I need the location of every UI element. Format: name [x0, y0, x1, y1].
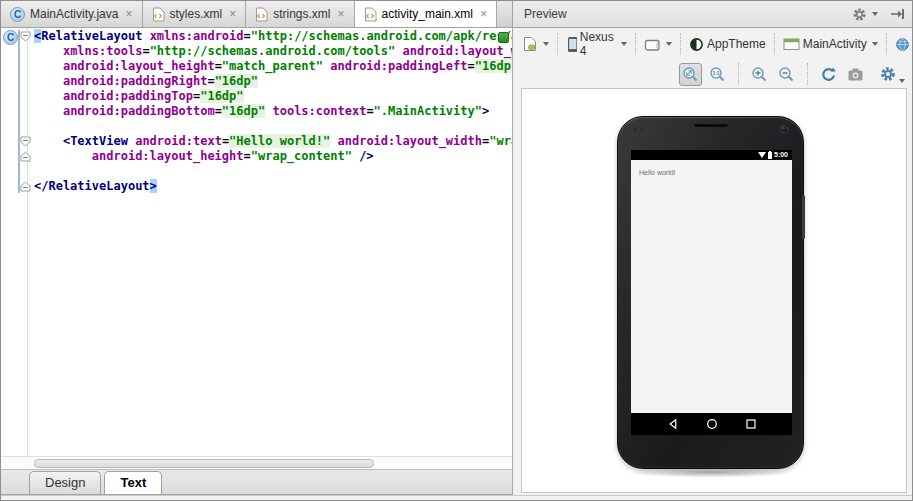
power-button [802, 195, 805, 239]
inspection-status-indicator[interactable] [498, 32, 509, 43]
zoom-out-button[interactable] [775, 63, 798, 86]
fold-marker-expanded[interactable] [20, 31, 31, 42]
theme-contrast-icon [689, 37, 704, 52]
xml-file-icon [255, 7, 268, 22]
refresh-icon [820, 66, 837, 83]
toolbar-separator [807, 63, 808, 85]
status-bar: 5:00 [631, 150, 792, 160]
activity-picker-button[interactable]: MainActivity [780, 35, 881, 53]
orientation-button[interactable] [641, 35, 675, 54]
preview-canvas[interactable]: 5:00 Hello world! [521, 88, 907, 493]
tab-label: activity_main.xml [382, 7, 473, 21]
navigation-bar [631, 413, 792, 435]
xml-editor[interactable]: C <RelativeLayout xmlns:android="http://… [1, 28, 512, 456]
preview-title: Preview [513, 7, 849, 21]
tab-label: MainActivity.java [30, 7, 118, 21]
preview-panel: Nexus 4 AppTheme MainActivity [512, 28, 913, 495]
battery-icon [768, 152, 772, 159]
gear-icon [852, 7, 867, 22]
zoom-in-button[interactable] [748, 63, 771, 86]
toolbar-separator [635, 33, 636, 55]
toolbar-separator [557, 33, 558, 55]
fold-marker-expanded[interactable] [20, 136, 31, 147]
zoom-1to1-icon: 1:1 [709, 66, 726, 83]
hide-dock-icon[interactable] [890, 7, 905, 21]
tab-activity-main-xml[interactable]: activity_main.xml × [355, 1, 497, 27]
code-lines[interactable]: <RelativeLayout xmlns:android="http://sc… [34, 29, 512, 456]
fold-marker-end[interactable] [20, 151, 31, 162]
toolbar-separator [886, 33, 887, 55]
close-icon[interactable]: × [229, 7, 236, 21]
device-picker-button[interactable]: Nexus 4 [563, 28, 630, 60]
zoom-to-fit-button[interactable] [679, 63, 702, 86]
screenshot-button[interactable] [844, 64, 867, 85]
fold-marker-end[interactable] [20, 181, 31, 192]
recents-button-icon[interactable] [745, 418, 757, 430]
tab-mainactivity-java[interactable]: C MainActivity.java × [1, 1, 143, 27]
activity-icon [783, 37, 800, 51]
toolbar-separator [738, 63, 739, 85]
horizontal-scrollbar[interactable] [1, 456, 512, 469]
gutter-guide-line [27, 28, 28, 456]
preview-zoom-toolbar: 1:1 [513, 60, 913, 88]
zoom-fit-icon [682, 66, 699, 83]
chevron-down-icon [872, 42, 878, 46]
theme-label: AppTheme [707, 37, 766, 51]
wifi-icon [758, 152, 766, 158]
zoom-actual-size-button[interactable]: 1:1 [706, 63, 729, 86]
status-bar-strip [1, 495, 913, 501]
earpiece-speaker [694, 123, 728, 127]
toolbar-separator [680, 33, 681, 55]
tab-label: styles.xml [170, 7, 223, 21]
close-icon[interactable]: × [125, 7, 132, 21]
preview-config-toolbar: Nexus 4 AppTheme MainActivity [513, 28, 913, 60]
home-button-icon[interactable] [706, 418, 718, 430]
close-icon[interactable]: × [480, 7, 487, 21]
android-studio-window: C MainActivity.java × styles.xml × strin… [0, 0, 913, 501]
sensor-dot [640, 128, 644, 132]
close-icon[interactable]: × [338, 7, 345, 21]
sensor-dot [633, 128, 637, 132]
globe-icon [895, 37, 910, 52]
configuration-picker-button[interactable] [519, 34, 552, 54]
device-mockup: 5:00 Hello world! [617, 116, 804, 469]
status-time: 5:00 [774, 150, 788, 160]
device-screen[interactable]: 5:00 Hello world! [631, 150, 792, 435]
tab-label: strings.xml [273, 7, 330, 21]
back-button-icon[interactable] [667, 418, 679, 430]
xml-file-icon [152, 7, 165, 22]
java-class-icon: C [10, 7, 25, 22]
gear-icon [880, 66, 897, 83]
vcs-change-bar [18, 30, 20, 193]
tab-strings-xml[interactable]: strings.xml × [246, 1, 354, 27]
locale-picker-button[interactable] [892, 35, 913, 54]
device-label: Nexus 4 [580, 30, 616, 58]
tab-styles-xml[interactable]: styles.xml × [143, 1, 247, 27]
preview-header: Preview [512, 1, 913, 28]
layout-config-icon [522, 36, 538, 52]
editor-mode-tabs: Design Text [1, 469, 512, 495]
device-phone-icon [566, 36, 577, 53]
chevron-down-icon [872, 12, 878, 16]
tab-text[interactable]: Text [104, 471, 162, 494]
chevron-down-icon [543, 42, 549, 46]
activity-label: MainActivity [803, 37, 867, 51]
hello-world-text: Hello world! [631, 160, 792, 176]
theme-picker-button[interactable]: AppTheme [686, 35, 769, 54]
chevron-down-icon [899, 79, 905, 83]
goto-related-class-icon[interactable]: C [3, 30, 18, 45]
preview-options-button[interactable] [849, 5, 881, 24]
front-camera [780, 125, 788, 133]
refresh-button[interactable] [817, 63, 840, 86]
camera-icon [847, 67, 864, 82]
tab-design[interactable]: Design [29, 471, 101, 494]
orientation-icon [644, 37, 661, 52]
toolbar-separator [774, 33, 775, 55]
scrollbar-thumb[interactable] [34, 459, 374, 468]
preview-settings-button[interactable] [877, 63, 908, 86]
app-content: Hello world! [631, 160, 792, 413]
zoom-in-icon [751, 66, 768, 83]
editor-tab-bar: C MainActivity.java × styles.xml × strin… [1, 1, 512, 28]
zoom-out-icon [778, 66, 795, 83]
xml-file-icon [364, 7, 377, 22]
